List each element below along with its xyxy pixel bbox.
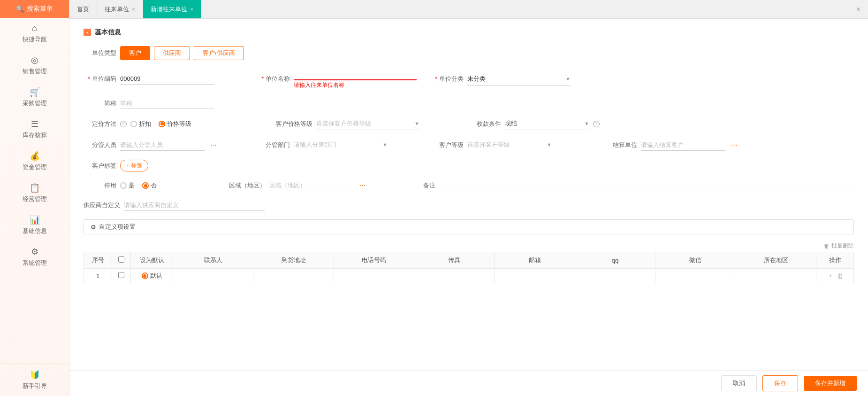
row-region[interactable] xyxy=(736,269,816,283)
sidebar-search[interactable]: 🔍 搜索菜单 xyxy=(0,0,69,18)
unit-category-select[interactable]: 未分类 ▼ xyxy=(467,73,571,85)
sidebar-item-finance[interactable]: 💰 资金管理 xyxy=(0,145,69,177)
sidebar-item-inventory[interactable]: ☰ 库存核算 xyxy=(0,113,69,145)
payment-help-icon[interactable]: ? xyxy=(593,121,600,127)
disable-no-radio[interactable]: 否 xyxy=(142,181,157,190)
settlement-input[interactable] xyxy=(641,140,725,151)
address-input[interactable] xyxy=(258,272,328,280)
unit-type-label: 单位类型 xyxy=(84,49,116,57)
footer: 取消 保存 保存并新增 xyxy=(69,370,868,396)
unit-type-row: 单位类型 客户 供应商 客户/供应商 xyxy=(84,46,854,60)
manager-dots-icon[interactable]: ··· xyxy=(210,141,216,149)
customer-price-label: 客户价格等级 xyxy=(276,120,312,128)
qq-input[interactable] xyxy=(580,272,651,280)
sidebar-item-sales[interactable]: ◎ 销售管理 xyxy=(0,49,69,81)
select-all-checkbox[interactable] xyxy=(118,256,124,263)
tab-new-contact[interactable]: 新增往来单位 × xyxy=(143,0,201,18)
delete-row-icon[interactable]: 🗑 xyxy=(837,272,843,280)
tab-new-contact-close[interactable]: × xyxy=(190,6,193,13)
unit-name-error: 请输入往来单位名称 xyxy=(294,81,417,89)
sales-icon: ◎ xyxy=(31,55,38,65)
sidebar-item-guide[interactable]: 🔰 新手引导 xyxy=(0,364,69,396)
save-button[interactable]: 保存 xyxy=(762,375,798,391)
col-address: 到货地址 xyxy=(253,252,334,269)
region-input[interactable] xyxy=(741,272,811,280)
fax-input[interactable] xyxy=(419,272,489,280)
sidebar-item-purchase[interactable]: 🛒 采购管理 xyxy=(0,81,69,113)
tab-contacts-close[interactable]: × xyxy=(132,6,135,13)
main-close-button[interactable]: × xyxy=(849,5,868,14)
customer-level-select[interactable]: 请选择客户等级 ▼ xyxy=(467,139,552,151)
save-new-button[interactable]: 保存并新增 xyxy=(804,376,857,391)
supplier-custom-input[interactable] xyxy=(124,200,265,211)
contact-input[interactable] xyxy=(178,272,248,280)
customer-price-field: 客户价格等级 请选择客户价格等级 ▼ xyxy=(276,117,454,130)
wechat-input[interactable] xyxy=(660,272,731,280)
pricing-radio-level[interactable]: 价格等级 xyxy=(159,120,191,128)
dept-select[interactable]: 请输入分管部门 ▼ xyxy=(294,139,388,151)
sidebar-item-operations[interactable]: 📋 经营管理 xyxy=(0,177,69,209)
row-fax[interactable] xyxy=(414,269,495,283)
col-operation: 操作 xyxy=(816,252,854,269)
shortname-input[interactable] xyxy=(120,98,214,109)
unit-code-input[interactable] xyxy=(120,73,214,85)
unit-type-both[interactable]: 客户/供应商 xyxy=(194,46,244,60)
sidebar: 🔍 搜索菜单 ⌂ 快捷导航 ◎ 销售管理 🛒 采购管理 ☰ 库存核算 💰 资金管… xyxy=(0,0,69,396)
phone-input[interactable] xyxy=(339,272,409,280)
remark-input[interactable] xyxy=(439,180,854,191)
disable-yes-radio[interactable]: 是 xyxy=(120,181,135,190)
remark-field: 备注 xyxy=(403,180,854,191)
unit-type-customer[interactable]: 客户 xyxy=(120,46,150,60)
search-icon: 🔍 xyxy=(16,5,24,13)
custom-settings-label: 自定义项设置 xyxy=(99,223,136,231)
payment-chevron-icon: ▼ xyxy=(584,121,589,126)
unit-name-input[interactable] xyxy=(294,69,417,80)
disable-label: 停用 xyxy=(84,181,116,190)
custom-settings-button[interactable]: ⚙ 自定义项设置 xyxy=(84,219,854,234)
dept-chevron-icon: ▼ xyxy=(382,142,388,148)
shortname-label: 简称 xyxy=(84,99,116,108)
row-default-radio[interactable]: 默认 xyxy=(136,272,168,280)
area-input[interactable] xyxy=(269,180,354,191)
col-index: 序号 xyxy=(84,252,112,269)
manager-input[interactable] xyxy=(120,140,205,151)
customer-price-select[interactable]: 请选择客户价格等级 ▼ xyxy=(316,117,419,130)
sidebar-item-quick-nav[interactable]: ⌂ 快捷导航 xyxy=(0,18,69,49)
row-checkbox[interactable] xyxy=(118,272,124,278)
pricing-radio-discount[interactable]: 折扣 xyxy=(130,120,151,128)
area-label: 区域（地区） xyxy=(229,181,266,190)
inventory-icon: ☰ xyxy=(31,119,38,129)
sidebar-item-base[interactable]: 📊 基础信息 xyxy=(0,209,69,241)
sidebar-item-label: 采购管理 xyxy=(23,99,47,108)
table-header: 序号 设为默认 联系人 到货地址 电话号码 传真 邮箱 qq 微信 所在地区 操… xyxy=(84,252,854,269)
row-address[interactable] xyxy=(253,269,334,283)
cancel-button[interactable]: 取消 xyxy=(721,375,757,391)
manager-label: 分管人员 xyxy=(84,141,116,149)
tab-contacts[interactable]: 往来单位 × xyxy=(97,0,143,18)
add-tag-button[interactable]: + 标签 xyxy=(120,160,148,171)
tab-home[interactable]: 首页 xyxy=(69,0,97,18)
row-email[interactable] xyxy=(495,269,575,283)
area-dots-icon[interactable]: ··· xyxy=(359,181,365,190)
sidebar-item-label: 销售管理 xyxy=(23,67,47,76)
unit-type-supplier[interactable]: 供应商 xyxy=(154,46,190,60)
row-phone[interactable] xyxy=(334,269,414,283)
row-qq[interactable] xyxy=(575,269,655,283)
unit-name-label: 单位名称 xyxy=(257,75,290,83)
unit-type-btn-group: 客户 供应商 客户/供应商 xyxy=(120,46,244,60)
row-contact[interactable] xyxy=(173,269,253,283)
row-wechat[interactable] xyxy=(655,269,736,283)
col-email: 邮箱 xyxy=(495,252,575,269)
row-index: 1 xyxy=(84,269,112,283)
sidebar-item-system[interactable]: ⚙ 系统管理 xyxy=(0,241,69,273)
add-row-icon[interactable]: ＋ xyxy=(827,272,833,280)
dept-field: 分管部门 请输入分管部门 ▼ xyxy=(257,139,417,151)
payment-field: 收款条件 现结 ▼ ? xyxy=(468,117,647,130)
payment-select[interactable]: 现结 ▼ xyxy=(505,117,589,130)
settlement-dots-icon[interactable]: ··· xyxy=(731,141,737,149)
email-input[interactable] xyxy=(499,272,570,280)
batch-delete-button[interactable]: 🗑 批量删除 xyxy=(824,242,854,250)
area-field: 区域（地区） ··· xyxy=(229,180,388,191)
col-wechat: 微信 xyxy=(655,252,736,269)
pricing-help-icon[interactable]: ? xyxy=(120,121,127,127)
